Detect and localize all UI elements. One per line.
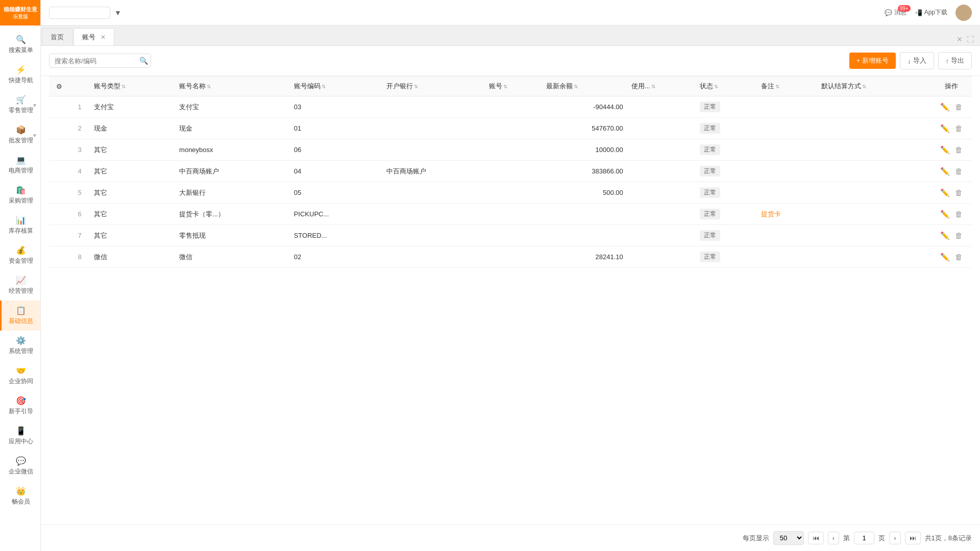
col-name[interactable]: 账号名称⇅ xyxy=(175,77,290,96)
sidebar-item-finance[interactable]: 💰 资金管理 xyxy=(0,240,40,270)
col-account[interactable]: 账号⇅ xyxy=(485,77,542,96)
edit-icon[interactable]: ✏️ xyxy=(940,145,950,155)
row-name-cell: 支付宝 xyxy=(175,96,290,118)
col-bank[interactable]: 开户银行⇅ xyxy=(382,77,485,96)
sidebar-item-wecom[interactable]: 💬 企业微信 xyxy=(0,451,40,481)
col-code[interactable]: 账号编码⇅ xyxy=(290,77,382,96)
table-row: 7 其它 零售抵现 STORED... 正常 ✏️ 🗑 xyxy=(49,225,972,246)
first-page-button[interactable]: ⏮ xyxy=(808,532,824,544)
row-balance-cell xyxy=(542,204,627,225)
col-actions: 操作 xyxy=(931,77,972,96)
wechat-icon: 💬 xyxy=(16,456,26,466)
sidebar-item-purchase[interactable]: 🛍️ 采购管理 xyxy=(0,180,40,210)
delete-icon[interactable]: 🗑 xyxy=(955,231,963,240)
delete-icon[interactable]: 🗑 xyxy=(955,124,963,133)
message-button[interactable]: 💬 消息 99+ xyxy=(885,8,906,17)
row-name-cell: moneybosx xyxy=(175,139,290,161)
page-number-input[interactable] xyxy=(854,532,874,544)
delete-icon[interactable]: 🗑 xyxy=(955,210,963,219)
sidebar-item-label: 批发管理 xyxy=(9,136,33,145)
sidebar-item-label: 快捷导航 xyxy=(9,76,33,85)
col-remark[interactable]: 备注⇅ xyxy=(757,77,817,96)
edit-icon[interactable]: ✏️ xyxy=(940,124,950,133)
row-settlement-cell xyxy=(817,118,931,139)
sidebar-item-operations[interactable]: 📈 经营管理 xyxy=(0,270,40,300)
row-type-cell: 其它 xyxy=(90,182,175,204)
edit-icon[interactable]: ✏️ xyxy=(940,210,950,219)
row-remark-cell xyxy=(757,139,817,161)
next-page-button[interactable]: › xyxy=(889,532,900,544)
search-wrap: 🔍 xyxy=(49,54,151,68)
dropdown-button[interactable]: ▼ xyxy=(114,9,121,17)
delete-icon[interactable]: 🗑 xyxy=(955,253,963,262)
sidebar-item-ecommerce[interactable]: 💻 电商管理 xyxy=(0,150,40,180)
row-actions-cell: ✏️ 🗑 xyxy=(931,246,972,268)
tab-home-label: 首页 xyxy=(51,33,64,42)
sidebar-item-cooperation[interactable]: 🤝 企业协同 xyxy=(0,361,40,391)
mini-search-input[interactable] xyxy=(49,7,110,19)
row-actions-cell: ✏️ 🗑 xyxy=(931,182,972,204)
sidebar-item-quicknav[interactable]: ⚡ 快捷导航 xyxy=(0,60,40,90)
close-window-button[interactable]: ✕ xyxy=(957,35,963,43)
tab-account[interactable]: 账号 ✕ xyxy=(74,28,114,45)
add-account-button[interactable]: + 新增账号 xyxy=(849,53,896,69)
window-controls: ✕ ⛶ xyxy=(957,35,980,45)
row-bank-cell xyxy=(382,204,485,225)
sidebar-item-search[interactable]: 🔍 搜索菜单 xyxy=(0,30,40,60)
row-balance-cell: 28241.10 xyxy=(542,246,627,268)
col-settlement[interactable]: 默认结算方式⇅ xyxy=(817,77,931,96)
edit-icon[interactable]: ✏️ xyxy=(940,103,950,112)
row-balance-cell: 383866.00 xyxy=(542,161,627,182)
message-icon: 💬 xyxy=(885,9,892,16)
row-settlement-cell xyxy=(817,182,931,204)
delete-icon[interactable]: 🗑 xyxy=(955,103,963,112)
row-remark-cell: 提货卡 xyxy=(757,204,817,225)
row-settings-cell xyxy=(49,204,69,225)
import-button[interactable]: ↓ 导入 xyxy=(900,52,934,69)
last-page-button[interactable]: ⏭ xyxy=(905,532,921,544)
col-usage[interactable]: 使用...⇅ xyxy=(627,77,696,96)
sidebar-item-system[interactable]: ⚙️ 系统管理 xyxy=(0,331,40,361)
tab-home[interactable]: 首页 xyxy=(42,28,72,45)
delete-icon[interactable]: 🗑 xyxy=(955,145,963,155)
col-balance[interactable]: 最新余额⇅ xyxy=(542,77,627,96)
sidebar-item-guide[interactable]: 🎯 新手引导 xyxy=(0,391,40,421)
edit-icon[interactable]: ✏️ xyxy=(940,188,950,197)
col-type[interactable]: 账号类型⇅ xyxy=(90,77,175,96)
prev-page-button[interactable]: ‹ xyxy=(828,532,839,544)
sidebar-item-apps[interactable]: 📱 应用中心 xyxy=(0,421,40,451)
row-remark-cell xyxy=(757,225,817,246)
page-prefix: 第 xyxy=(843,534,850,543)
row-index-cell: 8 xyxy=(69,246,90,268)
status-badge: 正常 xyxy=(700,187,720,198)
col-settings[interactable]: ⚙ xyxy=(49,77,69,96)
edit-icon[interactable]: ✏️ xyxy=(940,231,950,240)
search-icon[interactable]: 🔍 xyxy=(139,57,148,65)
search-input[interactable] xyxy=(55,57,136,65)
fullscreen-button[interactable]: ⛶ xyxy=(967,35,974,43)
export-button[interactable]: ↑ 导出 xyxy=(938,52,972,69)
status-badge: 正常 xyxy=(700,209,720,219)
sidebar-item-basic-info[interactable]: 📋 基础信息 xyxy=(0,300,40,331)
delete-icon[interactable]: 🗑 xyxy=(955,167,963,176)
row-code-cell: 06 xyxy=(290,139,382,161)
edit-icon[interactable]: ✏️ xyxy=(940,167,950,176)
logo: 稳稳赚财生意 乐意版 xyxy=(0,0,40,26)
row-account-cell xyxy=(485,246,542,268)
edit-icon[interactable]: ✏️ xyxy=(940,253,950,262)
row-status-cell: 正常 xyxy=(696,204,757,225)
user-avatar[interactable] xyxy=(955,5,972,21)
row-type-cell: 支付宝 xyxy=(90,96,175,118)
tab-close-button[interactable]: ✕ xyxy=(101,34,106,41)
sidebar-item-member[interactable]: 👑 畅会员 xyxy=(0,481,40,511)
app-download-button[interactable]: 📲 App下载 xyxy=(915,8,947,17)
add-account-label: + 新增账号 xyxy=(856,56,889,65)
row-account-cell xyxy=(485,139,542,161)
page-size-select[interactable]: 50 20 100 xyxy=(773,531,804,545)
sidebar-item-wholesale[interactable]: 📦 批发管理 ▼ xyxy=(0,120,40,150)
sidebar-item-retail[interactable]: 🛒 零售管理 ▼ xyxy=(0,90,40,120)
delete-icon[interactable]: 🗑 xyxy=(955,188,963,197)
col-status[interactable]: 状态⇅ xyxy=(696,77,757,96)
sidebar: 稳稳赚财生意 乐意版 🔍 搜索菜单 ⚡ 快捷导航 🛒 零售管理 ▼ 📦 批发管理… xyxy=(0,0,41,551)
sidebar-item-inventory[interactable]: 📊 库存核算 xyxy=(0,210,40,240)
